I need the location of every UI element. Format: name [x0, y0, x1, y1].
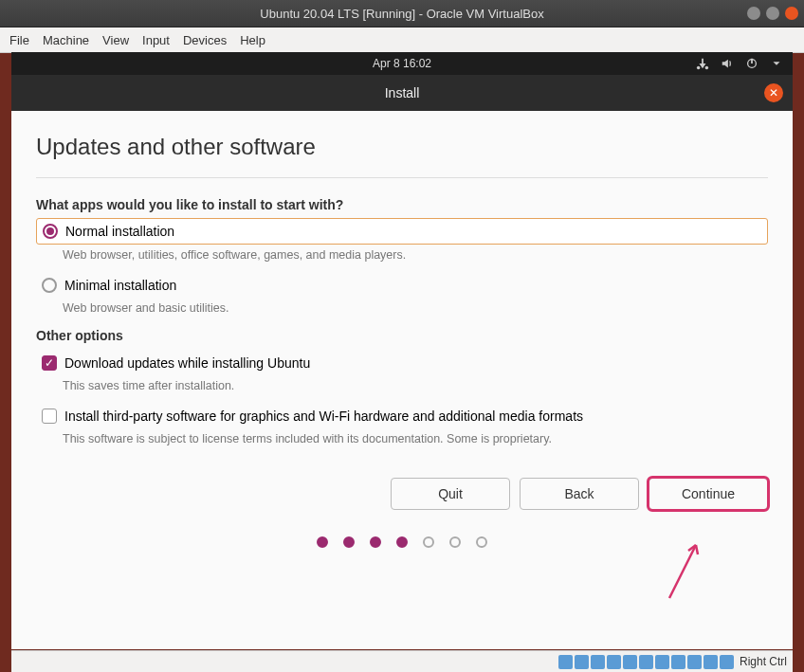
- menu-input[interactable]: Input: [142, 33, 170, 47]
- svg-point-1: [705, 66, 709, 70]
- host-window-title: Ubuntu 20.04 LTS [Running] - Oracle VM V…: [260, 7, 543, 21]
- step-dot: [396, 536, 408, 548]
- checkbox-icon: ✓: [42, 355, 57, 371]
- installer-titlebar: Install ✕: [11, 75, 793, 111]
- checkbox-thirdparty-desc: This software is subject to license term…: [63, 432, 768, 445]
- radio-minimal-desc: Web browser and basic utilities.: [63, 301, 768, 315]
- checkbox-third-party[interactable]: Install third-party software for graphic…: [36, 404, 768, 428]
- menu-machine[interactable]: Machine: [43, 33, 89, 47]
- radio-normal-desc: Web browser, utilities, office software,…: [63, 248, 768, 262]
- status-display-icon[interactable]: [655, 655, 669, 669]
- status-rec-icon[interactable]: [671, 655, 685, 669]
- minimize-icon[interactable]: [747, 7, 760, 20]
- step-dot: [423, 536, 434, 548]
- hostkey-label: Right Ctrl: [740, 655, 787, 668]
- radio-label: Normal installation: [65, 224, 174, 239]
- svg-rect-3: [751, 59, 753, 64]
- menu-help[interactable]: Help: [240, 33, 265, 47]
- status-usb-icon[interactable]: [623, 655, 637, 669]
- status-disc-icon[interactable]: [575, 655, 589, 669]
- status-audio-icon[interactable]: [591, 655, 605, 669]
- status-cpu-icon[interactable]: [687, 655, 702, 669]
- volume-icon[interactable]: [721, 57, 734, 70]
- checkbox-label: Download updates while installing Ubuntu: [64, 355, 310, 371]
- separator: [36, 177, 768, 178]
- continue-button[interactable]: Continue: [649, 478, 768, 510]
- step-dot: [449, 536, 461, 548]
- quit-button[interactable]: Quit: [391, 478, 510, 510]
- chevron-down-icon[interactable]: [770, 57, 783, 70]
- host-window-controls: [747, 7, 798, 20]
- checkbox-download-updates[interactable]: ✓ Download updates while installing Ubun…: [36, 351, 768, 375]
- power-icon[interactable]: [745, 57, 758, 70]
- status-shared-icon[interactable]: [639, 655, 653, 669]
- other-options-heading: Other options: [36, 328, 768, 343]
- progress-dots: [36, 536, 768, 548]
- step-dot: [317, 536, 328, 548]
- guest-topbar: Apr 8 16:02: [11, 52, 793, 75]
- installer-close-button[interactable]: ✕: [764, 83, 783, 102]
- radio-normal-installation[interactable]: Normal installation: [36, 218, 768, 245]
- step-dot: [343, 536, 355, 548]
- status-net-icon[interactable]: [607, 655, 621, 669]
- install-type-question: What apps would you like to install to s…: [36, 197, 768, 212]
- checkbox-icon: [42, 409, 57, 424]
- radio-minimal-installation[interactable]: Minimal installation: [36, 273, 768, 298]
- page-title: Updates and other software: [36, 134, 768, 160]
- radio-icon: [43, 224, 58, 239]
- checkbox-updates-desc: This saves time after installation.: [63, 379, 768, 392]
- host-statusbar: Right Ctrl: [11, 650, 793, 672]
- status-mouse-icon[interactable]: [704, 655, 718, 669]
- menu-view[interactable]: View: [102, 33, 129, 47]
- maximize-icon[interactable]: [766, 7, 779, 20]
- svg-point-0: [697, 66, 701, 70]
- installer-title: Install: [385, 85, 420, 100]
- network-icon[interactable]: [696, 57, 709, 70]
- step-dot: [370, 536, 381, 548]
- step-dot: [476, 536, 487, 548]
- host-window-titlebar: Ubuntu 20.04 LTS [Running] - Oracle VM V…: [0, 0, 804, 27]
- radio-label: Minimal installation: [64, 278, 176, 293]
- button-bar: Quit Back Continue: [36, 478, 768, 510]
- close-icon[interactable]: [785, 7, 798, 20]
- status-hdd-icon[interactable]: [558, 655, 573, 669]
- radio-icon: [42, 278, 57, 293]
- back-button[interactable]: Back: [520, 478, 639, 510]
- installer-body: Updates and other software What apps wou…: [11, 111, 793, 649]
- status-indicators[interactable]: [696, 57, 783, 70]
- host-menubar: File Machine View Input Devices Help: [0, 27, 804, 53]
- status-key-icon[interactable]: [720, 655, 734, 669]
- menu-file[interactable]: File: [9, 33, 29, 47]
- menu-devices[interactable]: Devices: [183, 33, 227, 47]
- installer-window: Install ✕ Updates and other software Wha…: [11, 75, 793, 649]
- checkbox-label: Install third-party software for graphic…: [64, 409, 583, 424]
- clock[interactable]: Apr 8 16:02: [373, 57, 431, 70]
- guest-desktop: Apr 8 16:02 Install ✕ Updates and other …: [11, 52, 793, 649]
